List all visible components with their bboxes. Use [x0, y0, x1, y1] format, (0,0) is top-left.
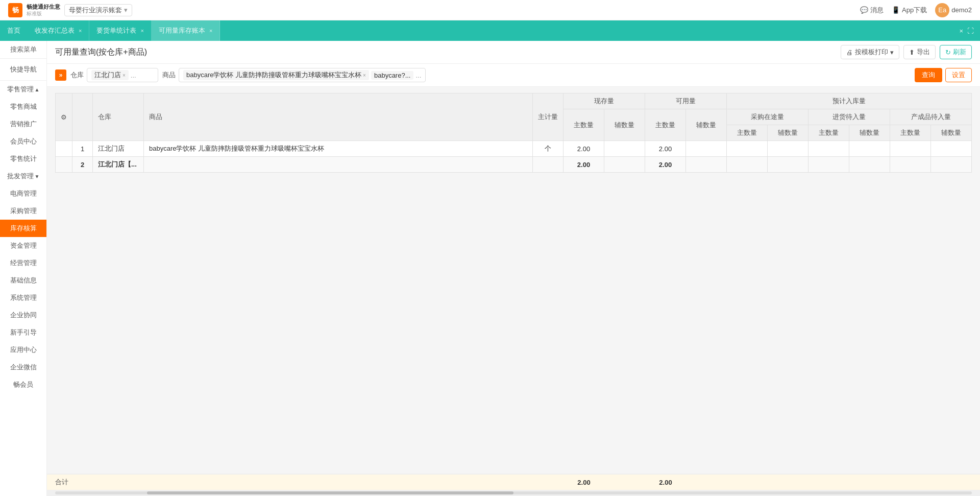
- sidebar-quick-nav: 快捷导航: [0, 59, 46, 81]
- table-area: ⚙ 仓库 商品 主计量 现存量 可用量 预计入库量 主数量 辅数量 主数量: [47, 87, 980, 474]
- row1-goods-incoming-main: [808, 141, 849, 157]
- row1-purchase-transit-main: [727, 141, 768, 157]
- avatar: Ea: [935, 3, 949, 17]
- footer-values: 2.00 2.00: [96, 479, 972, 486]
- row2-no: 2: [72, 157, 93, 173]
- sidebar-item-purchase[interactable]: 采购管理: [0, 202, 46, 220]
- col-purchase-transit-main-header: 主数量: [727, 125, 768, 141]
- refresh-icon: ↻: [945, 49, 951, 56]
- row1-production-incoming-sub: [931, 141, 972, 157]
- sidebar-item-basics[interactable]: 基础信息: [0, 272, 46, 289]
- tab-home[interactable]: 首页: [0, 20, 28, 41]
- product-label: 商品: [162, 70, 176, 80]
- remove-product-tag-1[interactable]: ×: [363, 73, 366, 78]
- footer-stock-main: 2.00: [564, 479, 604, 486]
- row1-warehouse: 江北门店: [93, 141, 144, 157]
- sidebar-item-member2[interactable]: 畅会员: [0, 376, 46, 393]
- refresh-button[interactable]: ↻ 刷新: [940, 45, 972, 59]
- row1-purchase-transit-sub: [768, 141, 808, 157]
- warehouse-label: 仓库: [70, 70, 84, 80]
- print-button[interactable]: 🖨 按模板打印 ▾: [841, 45, 899, 59]
- tab-order-stats[interactable]: 要货单统计表 ×: [89, 20, 151, 41]
- chevron-down-icon: ▾: [124, 6, 128, 14]
- query-button[interactable]: 查询: [915, 68, 942, 82]
- sidebar-item-app-center[interactable]: 应用中心: [0, 341, 46, 359]
- product-filter: 商品 babycare学饮杯 儿童防摔防撞吸管杯重力球吸嘴杯宝宝水杯 × bab…: [162, 68, 426, 82]
- sidebar-search[interactable]: 搜索菜单: [0, 41, 46, 59]
- tab-available-stock[interactable]: 可用量库存账本 ×: [152, 20, 220, 41]
- row2-stock-sub: [604, 157, 645, 173]
- sidebar-item-wholesale[interactable]: 批发管理 ▼: [0, 168, 46, 185]
- fullscreen-icon[interactable]: ⛶: [967, 27, 974, 35]
- sidebar-item-enterprise-wechat[interactable]: 企业微信: [0, 359, 46, 376]
- nav-tabs-actions: × ⛶: [953, 20, 980, 41]
- warehouse-tag: 江北门店 ×: [91, 70, 129, 80]
- col-product-header: 商品: [144, 93, 533, 141]
- row1-available-main: 2.00: [645, 141, 686, 157]
- product-input[interactable]: babycare学饮杯 儿童防摔防撞吸管杯重力球吸嘴杯宝宝水杯 × babyca…: [179, 68, 426, 82]
- col-production-incoming-sub-header: 辅数量: [931, 125, 972, 141]
- warehouse-input[interactable]: 江北门店 × ...: [87, 68, 158, 82]
- row2-unit: [533, 157, 564, 173]
- close-tab-order-stats[interactable]: ×: [140, 28, 143, 34]
- close-tab-receipt-summary[interactable]: ×: [79, 28, 82, 34]
- app-download-button[interactable]: 📱 App下载: [892, 6, 927, 15]
- page-header: 可用量查询(按仓库+商品) 🖨 按模板打印 ▾ ⬆ 导出 ↻ 刷新: [47, 41, 980, 64]
- row1-stock-main: 2.00: [564, 141, 604, 157]
- row2-available-main: 2.00: [645, 157, 686, 173]
- chevron-down-icon: ▼: [35, 174, 40, 179]
- row1-unit: 个: [533, 141, 564, 157]
- chevron-down-icon: ▾: [890, 49, 894, 56]
- product-ellipsis: ...: [415, 72, 421, 79]
- sidebar-item-quick-nav[interactable]: 快捷导航: [0, 61, 46, 78]
- horizontal-scrollbar[interactable]: [47, 490, 980, 496]
- row2-available-sub: [686, 157, 727, 173]
- remove-warehouse-tag[interactable]: ×: [122, 73, 126, 78]
- sidebar-item-operations[interactable]: 经营管理: [0, 254, 46, 272]
- message-icon: 💬: [860, 6, 868, 14]
- sidebar-item-enterprise[interactable]: 企业协同: [0, 306, 46, 324]
- col-goods-incoming-sub-header: 辅数量: [849, 125, 890, 141]
- row1-no: 1: [72, 141, 93, 157]
- sidebar-item-retail[interactable]: 零售管理 ▲: [0, 81, 46, 98]
- page-actions: 🖨 按模板打印 ▾ ⬆ 导出 ↻ 刷新: [841, 45, 972, 59]
- row2-product: [144, 157, 533, 173]
- brand-name: 畅捷通好生意: [27, 3, 60, 10]
- sidebar-item-system[interactable]: 系统管理: [0, 289, 46, 306]
- sidebar: 搜索菜单 快捷导航 零售管理 ▲ 零售商城 营销推广 会员中心 零售统计 批发管…: [0, 41, 47, 496]
- row2-purchase-transit-main: [727, 157, 768, 173]
- close-all-tabs[interactable]: ×: [959, 27, 963, 35]
- export-button[interactable]: ⬆ 导出: [903, 45, 936, 59]
- sidebar-item-ecommerce[interactable]: 电商管理: [0, 185, 46, 202]
- filter-expand-button[interactable]: »: [55, 69, 66, 81]
- sidebar-item-inventory[interactable]: 库存核算: [0, 220, 46, 237]
- scrollbar-thumb[interactable]: [147, 491, 513, 494]
- user-profile[interactable]: Ea demo2: [935, 3, 972, 17]
- main-layout: 搜索菜单 快捷导航 零售管理 ▲ 零售商城 营销推广 会员中心 零售统计 批发管…: [0, 41, 980, 496]
- table-row: 2 江北门店【... 2.00 2.00: [56, 157, 972, 173]
- close-tab-available-stock[interactable]: ×: [209, 28, 212, 34]
- sidebar-item-retail-store[interactable]: 零售商城: [0, 98, 46, 115]
- settings-button[interactable]: 设置: [945, 68, 972, 82]
- row1-available-sub: [686, 141, 727, 157]
- col-production-incoming-main-header: 主数量: [890, 125, 931, 141]
- filter-bar: » 仓库 江北门店 × ... 商品 babycare学饮杯 儿童防摔防撞吸管杯…: [47, 64, 980, 87]
- product-tag-2: babycare?...: [371, 71, 414, 80]
- sidebar-item-marketing[interactable]: 营销推广: [0, 115, 46, 133]
- col-production-incoming-group-header: 产成品待入量: [890, 109, 972, 125]
- sidebar-item-newbie[interactable]: 新手引导: [0, 324, 46, 341]
- row2-stock-main: 2.00: [564, 157, 604, 173]
- message-button[interactable]: 💬 消息: [860, 6, 884, 15]
- row2-goods-incoming-main: [808, 157, 849, 173]
- data-table: ⚙ 仓库 商品 主计量 现存量 可用量 预计入库量 主数量 辅数量 主数量: [55, 93, 972, 173]
- col-incoming-group-header: 预计入库量: [727, 93, 972, 109]
- scrollbar-track: [55, 491, 972, 494]
- sidebar-item-member[interactable]: 会员中心: [0, 133, 46, 150]
- col-warehouse-header: 仓库: [93, 93, 144, 141]
- col-settings-header[interactable]: ⚙: [56, 93, 72, 141]
- row2-purchase-transit-sub: [768, 157, 808, 173]
- sidebar-item-finance[interactable]: 资金管理: [0, 237, 46, 254]
- sidebar-item-retail-stats[interactable]: 零售统计: [0, 150, 46, 168]
- tab-receipt-summary[interactable]: 收发存汇总表 ×: [28, 20, 89, 41]
- industry-select[interactable]: 母婴行业演示账套 ▾: [64, 4, 132, 16]
